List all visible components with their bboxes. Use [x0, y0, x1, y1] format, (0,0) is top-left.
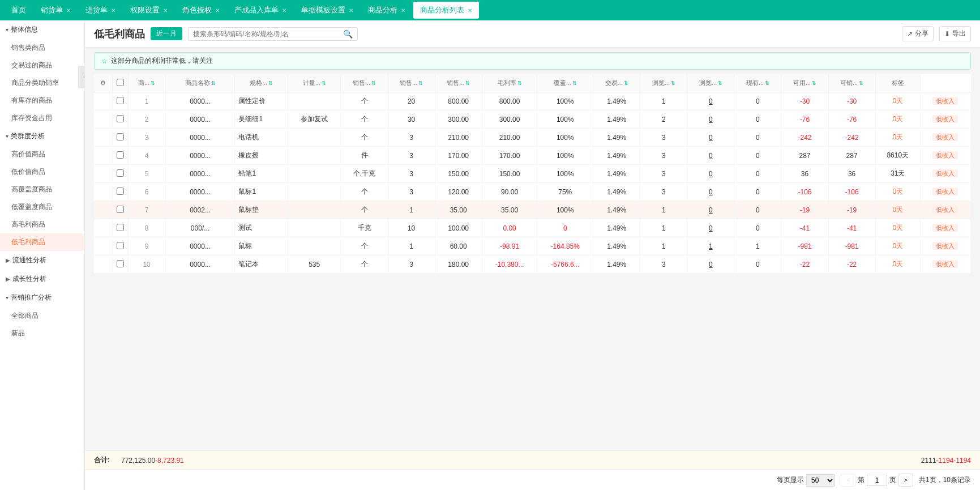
share-button[interactable]: ↗ 分享: [902, 26, 934, 41]
row-gross-margin: -164.85%: [537, 237, 593, 255]
row-sales-profit: 90.00: [482, 183, 537, 201]
sidebar-item-low-margin[interactable]: 低毛利商品: [0, 233, 84, 251]
sidebar-group-circulation[interactable]: ▶ 流通性分析: [0, 251, 84, 270]
sidebar-item-high-value[interactable]: 高价值商品: [0, 146, 84, 163]
page-label: 第: [858, 475, 865, 485]
row-select-checkbox[interactable]: [117, 151, 124, 159]
select-all-checkbox[interactable]: [117, 79, 124, 86]
row-views1[interactable]: 0: [687, 165, 734, 183]
search-input[interactable]: [193, 30, 343, 38]
table-row: 4 0000... 橡皮擦 件 3 170.00 170.00 100% 1.4…: [94, 147, 971, 165]
row-select-checkbox[interactable]: [117, 115, 124, 122]
col-code[interactable]: 商...⇅: [128, 74, 165, 92]
row-select-checkbox[interactable]: [117, 133, 124, 140]
row-views1[interactable]: 0: [687, 92, 734, 110]
page-input[interactable]: [867, 475, 887, 486]
row-name: 橡皮擦: [235, 147, 288, 165]
per-page-select[interactable]: 50 20 100: [806, 474, 835, 487]
row-select-checkbox[interactable]: [117, 224, 124, 231]
row-views1[interactable]: 0: [687, 201, 734, 219]
row-views1[interactable]: 0: [687, 183, 734, 201]
sidebar-item-traded-goods[interactable]: 交易过的商品: [0, 57, 84, 74]
col-name[interactable]: 商品名称⇅: [165, 74, 235, 92]
row-select-checkbox[interactable]: [117, 206, 124, 213]
sidebar-item-sales-goods[interactable]: 销售类商品: [0, 39, 84, 57]
col-views2[interactable]: 浏览...⇅: [687, 74, 734, 92]
row-coverage: 1.49%: [593, 183, 640, 201]
sidebar-item-low-coverage[interactable]: 低覆盖度商品: [0, 198, 84, 216]
row-checkbox: [112, 92, 128, 110]
row-select-checkbox[interactable]: [117, 188, 124, 195]
col-sellable[interactable]: 可销...⇅: [828, 74, 875, 92]
row-select-checkbox[interactable]: [117, 242, 124, 249]
period-button[interactable]: 近一月: [151, 27, 182, 40]
col-settings[interactable]: ⚙: [94, 74, 112, 92]
sidebar-item-low-value[interactable]: 低价值商品: [0, 163, 84, 181]
col-sales-qty[interactable]: 销售...⇅: [341, 74, 388, 92]
col-sales-price[interactable]: 销售...⇅: [388, 74, 435, 92]
col-sales-profit[interactable]: 销售...⇅: [435, 74, 482, 92]
nav-role-auth[interactable]: 角色授权 ✕: [176, 2, 226, 19]
row-name: 电话机: [235, 129, 288, 147]
nav-role-close[interactable]: ✕: [215, 7, 220, 14]
row-sellable: 0天: [875, 237, 920, 255]
row-select-checkbox[interactable]: [117, 97, 124, 104]
row-name: 铅笔1: [235, 165, 288, 183]
nav-permissions-close[interactable]: ✕: [163, 7, 168, 14]
nav-analysis-list-close[interactable]: ✕: [468, 7, 472, 14]
row-tag: 低收入: [920, 92, 970, 110]
sidebar-item-stock-funds[interactable]: 库存资金占用: [0, 109, 84, 127]
sidebar-collapse-btn[interactable]: 《: [78, 66, 85, 88]
sidebar-group-growth[interactable]: ▶ 成长性分析: [0, 270, 84, 288]
row-sales-qty: 20: [388, 92, 435, 110]
nav-analysis-close[interactable]: ✕: [401, 7, 405, 14]
row-views1[interactable]: 0: [687, 255, 734, 274]
nav-sales-order-close[interactable]: ✕: [66, 7, 71, 14]
nav-purchase-order[interactable]: 进货单 ✕: [79, 2, 122, 19]
nav-purchase-close[interactable]: ✕: [111, 7, 115, 14]
col-unit[interactable]: 计量...⇅: [288, 74, 341, 92]
nav-permissions[interactable]: 权限设置 ✕: [123, 2, 174, 19]
col-views1[interactable]: 浏览...⇅: [640, 74, 687, 92]
row-select-checkbox[interactable]: [117, 260, 124, 267]
row-views1[interactable]: 0: [687, 147, 734, 165]
row-views1[interactable]: 1: [687, 237, 734, 255]
next-page-btn[interactable]: ＞: [898, 474, 913, 487]
nav-product-close[interactable]: ✕: [282, 7, 286, 14]
sidebar-item-stock-goods[interactable]: 有库存的商品: [0, 92, 84, 109]
row-no: 1: [128, 92, 165, 110]
sidebar-group-marketing[interactable]: ▾ 营销推广分析: [0, 288, 84, 307]
export-button[interactable]: ⬇ 导出: [939, 26, 971, 41]
col-spec[interactable]: 规格...⇅: [235, 74, 288, 92]
row-checkbox: [112, 201, 128, 219]
nav-sales-order[interactable]: 销货单 ✕: [34, 2, 78, 19]
prev-page-btn[interactable]: ＜: [841, 474, 855, 487]
nav-product-entry[interactable]: 产成品入库单 ✕: [228, 2, 293, 19]
row-views1[interactable]: 0: [687, 219, 734, 237]
col-available[interactable]: 可用...⇅: [781, 74, 828, 92]
sidebar-item-high-margin[interactable]: 高毛利商品: [0, 216, 84, 233]
row-select-checkbox[interactable]: [117, 169, 124, 177]
row-views2: 0: [734, 165, 781, 183]
nav-analysis-list[interactable]: 商品分析列表 ✕: [413, 2, 479, 19]
col-gross-margin[interactable]: 毛利率⇅: [482, 74, 537, 92]
sidebar-group-overall[interactable]: ▾ 整体信息: [0, 20, 84, 39]
sidebar-item-new-goods[interactable]: 新品: [0, 325, 84, 342]
col-coverage[interactable]: 覆盖...⇅: [537, 74, 593, 92]
search-icon[interactable]: 🔍: [343, 29, 353, 39]
sidebar-item-category-assist[interactable]: 商品分类助销率: [0, 74, 84, 92]
sidebar-group-cluster[interactable]: ▾ 类群度分析: [0, 127, 84, 146]
nav-home[interactable]: 首页: [5, 2, 33, 19]
table-row: 8 000/... 测试 千克 10 100.00 0.00 0 1.49% 1…: [94, 219, 971, 237]
nav-template-settings[interactable]: 单据模板设置 ✕: [294, 2, 360, 19]
nav-template-close[interactable]: ✕: [349, 7, 353, 14]
nav-product-analysis[interactable]: 商品分析 ✕: [361, 2, 412, 19]
col-trade[interactable]: 交易...⇅: [593, 74, 640, 92]
row-trade-count: 1: [640, 92, 687, 110]
row-views1[interactable]: 0: [687, 110, 734, 129]
row-views1[interactable]: 0: [687, 129, 734, 147]
col-current-stock[interactable]: 现有...⇅: [734, 74, 781, 92]
sidebar-item-high-coverage[interactable]: 高覆盖度商品: [0, 181, 84, 198]
sidebar-item-all-goods[interactable]: 全部商品: [0, 307, 84, 325]
row-sales-price: 170.00: [435, 147, 482, 165]
